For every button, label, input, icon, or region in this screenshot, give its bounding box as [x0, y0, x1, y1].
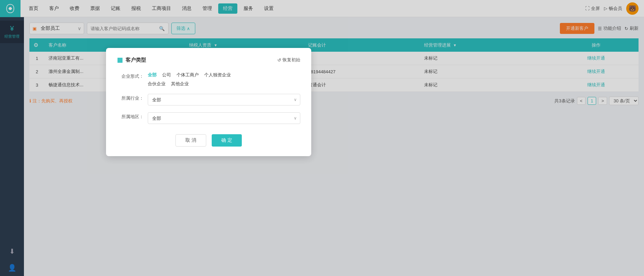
reset-icon: ↺ — [277, 58, 281, 63]
cancel-button[interactable]: 取 消 — [175, 134, 206, 147]
enterprise-option-5[interactable]: 其他企业 — [171, 81, 189, 87]
modal-footer: 取 消 确 定 — [117, 134, 300, 147]
region-select[interactable]: 全部 — [148, 112, 300, 124]
enterprise-form-row: 企业形式： 全部公司个体工商户个人独资企业合伙企业其他企业 — [117, 72, 300, 87]
modal-title-text: 客户类型 — [126, 57, 146, 63]
industry-label: 所属行业： — [117, 94, 148, 101]
modal-title-icon: ▦ — [117, 56, 123, 64]
enterprise-option-0[interactable]: 全部 — [148, 72, 157, 78]
enterprise-option-4[interactable]: 合伙企业 — [148, 81, 166, 87]
layout: ¥ 经营管理 ⬇ 👤 ▣ 全部员工 ∨ 🔍 — [0, 17, 644, 276]
filter-modal: ▦ 客户类型 ↺ 恢复初始 企业形式： 全部公司个体工商户个人独资企业合伙企业其… — [106, 48, 311, 156]
region-form-row: 所属地区： 全部 — [117, 112, 300, 124]
modal-reset-button[interactable]: ↺ 恢复初始 — [277, 57, 300, 63]
modal-header: ▦ 客户类型 ↺ 恢复初始 — [117, 56, 300, 64]
industry-select[interactable]: 全部 — [148, 94, 300, 105]
region-select-wrap: 全部 — [148, 112, 300, 124]
main-content: ▣ 全部员工 ∨ 🔍 筛选 ∧ 开通新客户 ☰ 功能介绍 — [24, 17, 644, 276]
modal-overlay: ▦ 客户类型 ↺ 恢复初始 企业形式： 全部公司个体工商户个人独资企业合伙企业其… — [24, 17, 644, 276]
industry-form-row: 所属行业： 全部 — [117, 94, 300, 105]
region-label: 所属地区： — [117, 112, 148, 120]
enterprise-form-content: 全部公司个体工商户个人独资企业合伙企业其他企业 — [148, 72, 300, 87]
enterprise-option-3[interactable]: 个人独资企业 — [204, 72, 231, 78]
modal-title: ▦ 客户类型 — [117, 56, 146, 64]
reset-label: 恢复初始 — [282, 57, 300, 63]
industry-select-wrap: 全部 — [148, 94, 300, 105]
confirm-button[interactable]: 确 定 — [212, 134, 242, 147]
enterprise-form-label: 企业形式： — [117, 72, 148, 79]
enterprise-option-2[interactable]: 个体工商户 — [176, 72, 199, 78]
enterprise-option-1[interactable]: 公司 — [162, 72, 171, 78]
